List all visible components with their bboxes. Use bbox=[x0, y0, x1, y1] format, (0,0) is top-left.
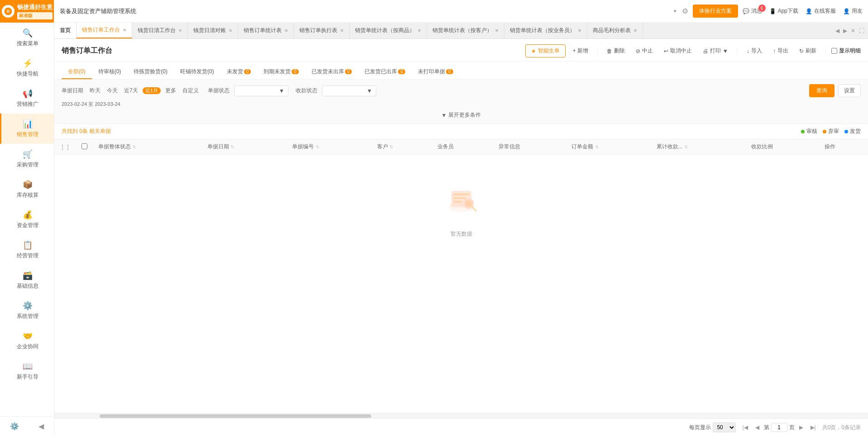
tab-sales-stats-customer[interactable]: 销货单统计表（按客户） ✕ bbox=[427, 23, 504, 38]
collapse-icon[interactable]: ◀ bbox=[38, 422, 44, 431]
table-scroll-container[interactable]: ⋮⋮ 单据整体状态 ⇅ 单据日期 ⇅ bbox=[54, 139, 868, 413]
sort-icon[interactable]: ⇅ bbox=[684, 144, 688, 149]
tab-label: 销货单统计表（按业务员） bbox=[510, 27, 575, 34]
expand-more-btn[interactable]: ▼ 展开更多条件 bbox=[441, 111, 481, 119]
date-yesterday[interactable]: 昨天 bbox=[88, 86, 102, 95]
sort-icon[interactable]: ⇅ bbox=[595, 144, 599, 149]
not-printed-badge: 0 bbox=[446, 69, 453, 74]
tab-close-icon[interactable]: ✕ bbox=[633, 28, 637, 33]
date-today[interactable]: 今天 bbox=[105, 86, 120, 95]
ship-action-btn[interactable]: 发货 bbox=[844, 128, 861, 135]
sub-tab-shipped-not-out[interactable]: 已发货未出库0 bbox=[305, 65, 359, 79]
sort-icon[interactable]: ⇅ bbox=[389, 144, 393, 149]
tab-margin-analysis[interactable]: 商品毛利分析表 ✕ bbox=[587, 23, 643, 38]
review-action-btn[interactable]: 审核 bbox=[801, 128, 817, 135]
sub-tab-not-shipped[interactable]: 未发货0 bbox=[221, 65, 258, 79]
next-page-btn[interactable]: ▶ bbox=[796, 423, 806, 431]
online-service-label: 在线客服 bbox=[814, 7, 836, 15]
date-1month[interactable]: 近1月 bbox=[143, 87, 161, 94]
tab-close-icon[interactable]: ✕ bbox=[340, 28, 344, 33]
marketing-icon: 📢 bbox=[23, 89, 33, 99]
sort-icon[interactable]: ⇅ bbox=[316, 144, 319, 149]
sub-tab-pending-review[interactable]: 待审核(0) bbox=[92, 65, 128, 79]
last-page-btn[interactable]: ▶| bbox=[808, 423, 819, 431]
show-detail-input[interactable] bbox=[831, 48, 837, 54]
sidebar-item-purchase[interactable]: 🛒 采购管理 bbox=[0, 144, 54, 174]
date-more[interactable]: 更多 bbox=[163, 86, 178, 95]
sub-tab-pending-inspection[interactable]: 待拣货验货(0) bbox=[127, 65, 174, 79]
sidebar-item-marketing[interactable]: 📢 营销推广 bbox=[0, 83, 54, 114]
settings-icon[interactable]: ⚙ bbox=[682, 7, 688, 15]
page-number-input[interactable]: 1 bbox=[771, 423, 787, 432]
app-download-btn[interactable]: 📱 App下载 bbox=[769, 7, 798, 15]
tab-close-icon[interactable]: ✕ bbox=[284, 28, 288, 33]
tab-close-icon[interactable]: ✕ bbox=[495, 28, 499, 33]
scrollbar-thumb[interactable] bbox=[100, 414, 371, 418]
sort-icon[interactable]: ⇅ bbox=[230, 144, 234, 149]
refresh-button[interactable]: ↻ 刷新 bbox=[796, 45, 820, 57]
sidebar-item-finance[interactable]: 💰 资金管理 bbox=[0, 204, 54, 235]
tab-close-icon[interactable]: ✕ bbox=[417, 28, 421, 33]
horizontal-scrollbar[interactable] bbox=[54, 413, 868, 418]
sidebar-item-basic[interactable]: 🗃️ 基础信息 bbox=[0, 265, 54, 295]
sidebar-item-search[interactable]: 🔍 搜索菜单 bbox=[0, 23, 54, 53]
payment-select[interactable]: ▼ bbox=[322, 85, 376, 96]
status-select[interactable]: ▼ bbox=[234, 85, 288, 96]
checkbox-col[interactable] bbox=[76, 139, 93, 155]
cancel-stop-button[interactable]: ↩ 取消中止 bbox=[660, 45, 695, 57]
select-all-checkbox[interactable] bbox=[82, 143, 87, 149]
tab-sales-workbench[interactable]: 销售订单工作台 ✕ bbox=[77, 23, 132, 38]
page-size-select-input[interactable]: 50 100 200 bbox=[713, 422, 736, 432]
settings-button[interactable]: 设置 bbox=[838, 84, 861, 97]
sidebar-item-operations[interactable]: 📋 经营管理 bbox=[0, 235, 54, 265]
tabs-expand-icon[interactable]: ⛶ bbox=[859, 28, 864, 34]
sub-tab-shipped-out[interactable]: 已发货已出库0 bbox=[358, 65, 412, 79]
tab-sales-stats-staff[interactable]: 销货单统计表（按业务员） ✕ bbox=[504, 23, 587, 38]
tabs-close-all-icon[interactable]: ✕ bbox=[851, 28, 855, 34]
tab-cash-daily[interactable]: 钱货日清工作台 ✕ bbox=[132, 23, 188, 38]
tab-sales-exec[interactable]: 销售订单执行表 ✕ bbox=[294, 23, 350, 38]
sidebar-item-quicknav[interactable]: ⚡ 快捷导航 bbox=[0, 53, 54, 83]
sub-tab-all[interactable]: 全部(0) bbox=[62, 65, 92, 79]
prev-page-btn[interactable]: ◀ bbox=[753, 423, 762, 431]
delete-button[interactable]: 🗑 删除 bbox=[603, 45, 628, 57]
show-detail-checkbox[interactable]: 显示明细 bbox=[831, 47, 861, 55]
tab-sales-stats-product[interactable]: 销货单统计表（按商品） ✕ bbox=[350, 23, 427, 38]
print-button[interactable]: 🖨 打印 ▼ bbox=[699, 45, 732, 57]
user-btn[interactable]: 👤 用友 bbox=[843, 7, 863, 15]
tab-sales-stats[interactable]: 销售订单统计表 ✕ bbox=[238, 23, 294, 38]
smart-create-button[interactable]: ★ 智能生单 bbox=[525, 44, 566, 57]
sidebar-item-cooperation[interactable]: 🤝 企业协同 bbox=[0, 326, 54, 356]
tab-cash-reconcile[interactable]: 钱货日清对账 ✕ bbox=[188, 23, 238, 38]
tab-close-icon[interactable]: ✕ bbox=[123, 28, 126, 33]
cancel-review-action-btn[interactable]: 弃审 bbox=[823, 128, 839, 135]
first-page-btn[interactable]: |◀ bbox=[739, 423, 750, 431]
customer-col: 客户 ⇅ bbox=[372, 139, 432, 155]
tabs-prev-icon[interactable]: ◀ bbox=[835, 28, 839, 34]
add-button[interactable]: + 新增 bbox=[569, 45, 592, 57]
tab-home[interactable]: 首页 bbox=[54, 23, 77, 38]
settings-bottom-icon[interactable]: ⚙️ bbox=[10, 422, 19, 431]
tab-close-icon[interactable]: ✕ bbox=[178, 28, 182, 33]
import-button[interactable]: ↓ 导入 bbox=[743, 45, 766, 57]
sidebar-item-guide[interactable]: 📖 新手引导 bbox=[0, 356, 54, 386]
sub-tab-wangpu[interactable]: 旺铺待发货(0) bbox=[174, 65, 221, 79]
online-service-btn[interactable]: 👤 在线客服 bbox=[806, 7, 836, 15]
staff-col: 业务员 bbox=[432, 139, 493, 155]
sub-tab-expired-not-shipped[interactable]: 到期未发货0 bbox=[257, 65, 305, 79]
date-7days[interactable]: 近7天 bbox=[122, 86, 140, 95]
date-custom[interactable]: 自定义 bbox=[181, 86, 201, 95]
sidebar-item-sales[interactable]: 📊 销售管理 bbox=[0, 114, 54, 144]
tabs-next-icon[interactable]: ▶ bbox=[843, 28, 847, 34]
stop-button[interactable]: ⊘ 中止 bbox=[632, 45, 657, 57]
sidebar-item-system[interactable]: ⚙️ 系统管理 bbox=[0, 295, 54, 326]
export-button[interactable]: ↑ 导出 bbox=[769, 45, 792, 57]
tab-close-icon[interactable]: ✕ bbox=[229, 28, 232, 33]
sub-tab-not-printed[interactable]: 未打印单据0 bbox=[412, 65, 460, 79]
sort-icon[interactable]: ⇅ bbox=[132, 144, 136, 149]
sidebar-item-inventory[interactable]: 📦 库存核算 bbox=[0, 174, 54, 204]
industry-btn[interactable]: 体验行业方案 bbox=[693, 5, 738, 18]
query-button[interactable]: 查询 bbox=[809, 84, 834, 97]
message-btn[interactable]: 💬 消息 6 bbox=[743, 7, 762, 15]
tab-close-icon[interactable]: ✕ bbox=[578, 28, 581, 33]
